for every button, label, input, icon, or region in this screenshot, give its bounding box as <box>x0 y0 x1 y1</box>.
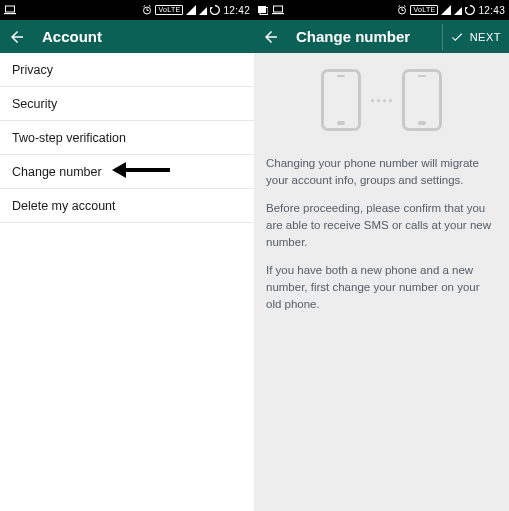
menu-item-label: Change number <box>12 165 102 179</box>
next-button[interactable]: NEXT <box>450 30 501 44</box>
check-icon <box>450 30 464 44</box>
menu-item-delete-account[interactable]: Delete my account <box>0 189 254 223</box>
next-label: NEXT <box>470 31 501 43</box>
screen-account: VoLTE 12:42 Account Privacy Security Two… <box>0 0 254 511</box>
app-bar: Account <box>0 20 254 53</box>
annotation-arrow-icon <box>112 160 172 180</box>
screenshot-icon <box>258 5 268 15</box>
svg-line-16 <box>404 6 406 7</box>
app-bar: Change number NEXT <box>254 20 509 53</box>
svg-rect-0 <box>6 6 15 12</box>
menu-item-label: Delete my account <box>12 199 116 213</box>
back-arrow-icon[interactable] <box>8 28 26 46</box>
info-paragraph: Changing your phone number will migrate … <box>266 155 497 188</box>
volte-badge: VoLTE <box>155 5 183 15</box>
back-arrow-icon[interactable] <box>262 28 280 46</box>
signal-icon-2 <box>454 5 462 15</box>
status-bar: VoLTE 12:43 <box>254 0 509 20</box>
laptop-icon <box>4 5 16 15</box>
menu-item-label: Privacy <box>12 63 53 77</box>
signal-icon <box>441 5 451 15</box>
svg-rect-10 <box>274 6 283 12</box>
menu-item-security[interactable]: Security <box>0 87 254 121</box>
menu-item-label: Two-step verification <box>12 131 126 145</box>
account-menu: Privacy Security Two-step verification C… <box>0 53 254 223</box>
data-sync-icon <box>210 5 220 15</box>
clock-text: 12:43 <box>478 5 505 16</box>
svg-rect-11 <box>272 13 284 14</box>
info-text: Changing your phone number will migrate … <box>254 141 509 338</box>
menu-item-privacy[interactable]: Privacy <box>0 53 254 87</box>
svg-rect-1 <box>4 13 16 14</box>
status-bar: VoLTE 12:42 <box>0 0 254 20</box>
info-paragraph: If you have both a new phone and a new n… <box>266 262 497 312</box>
phone-new-icon <box>402 69 442 131</box>
data-sync-icon <box>465 5 475 15</box>
svg-line-5 <box>144 6 146 7</box>
appbar-title: Change number <box>296 28 434 45</box>
info-paragraph: Before proceeding, please confirm that y… <box>266 200 497 250</box>
alarm-icon <box>397 5 407 15</box>
clock-text: 12:42 <box>223 5 250 16</box>
menu-item-two-step[interactable]: Two-step verification <box>0 121 254 155</box>
transfer-dots-icon <box>371 99 392 102</box>
svg-line-15 <box>399 6 401 7</box>
change-number-illustration <box>254 53 509 141</box>
volte-badge: VoLTE <box>410 5 438 15</box>
signal-icon <box>186 5 196 15</box>
screen-change-number: VoLTE 12:43 Change number NEXT Changing … <box>254 0 509 511</box>
menu-item-label: Security <box>12 97 57 111</box>
phone-old-icon <box>321 69 361 131</box>
signal-icon-2 <box>199 5 207 15</box>
laptop-icon <box>272 5 284 15</box>
appbar-title: Account <box>42 28 246 45</box>
alarm-icon <box>142 5 152 15</box>
svg-line-6 <box>149 6 151 7</box>
